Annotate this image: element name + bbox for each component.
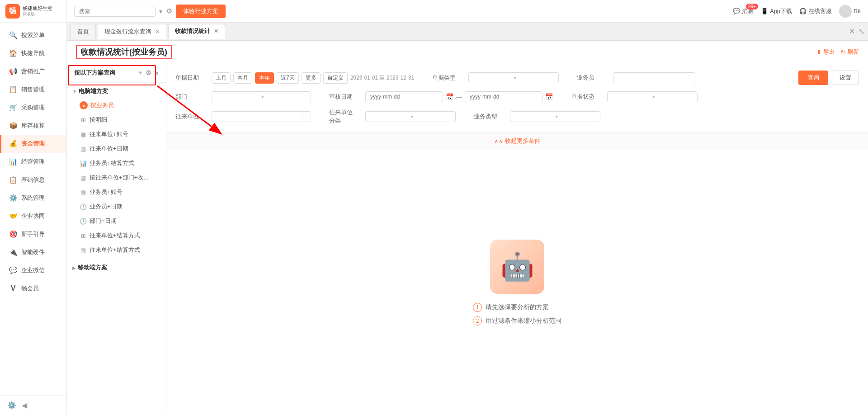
date-btn-last-month[interactable]: 上月	[212, 72, 231, 84]
sidebar-item-label: 销售管理	[21, 85, 45, 94]
topbar-search-input[interactable]	[74, 6, 156, 17]
tab-collection-stat-close[interactable]: ✕	[214, 28, 218, 34]
sidebar-item-label: 营销推广	[21, 67, 45, 75]
sidebar-item-finance[interactable]: 💰 资金管理	[0, 135, 66, 153]
scheme-setting-icon[interactable]: ⚙	[146, 69, 151, 76]
sidebar-item-label: 新手引导	[21, 230, 45, 238]
date-btn-7days[interactable]: 近7天	[277, 72, 299, 84]
scheme-item-salesman-date[interactable]: 🕐 业务员+日期	[67, 199, 166, 214]
date-btn-this-year[interactable]: 本年	[255, 72, 274, 84]
collapse-btn[interactable]: ∧∧ 收起更多条件	[166, 132, 868, 150]
sidebar-item-enterprise[interactable]: 🤝 企业协同	[0, 207, 66, 225]
partner-input[interactable]	[217, 113, 302, 120]
more-dots-icon[interactable]: ···	[686, 75, 690, 81]
query-btn[interactable]: 查询	[798, 71, 828, 85]
date-btn-custom[interactable]: 自定义	[323, 72, 348, 84]
sidebar-item-label: 企业微信	[21, 266, 45, 274]
empty-tip-1: 1 请先选择要分析的方案	[473, 303, 561, 312]
scheme-item-salesman-account[interactable]: ▦ 业务员+账号	[67, 185, 166, 199]
sidebar-item-operation[interactable]: 📊 经营管理	[0, 153, 66, 171]
app-download-btn[interactable]: 📱 App下载	[761, 7, 792, 15]
collapse-sidebar-icon[interactable]: ◀	[22, 401, 27, 410]
tab-home[interactable]: 首页	[71, 24, 96, 39]
sidebar-item-purchase[interactable]: 🛒 采购管理	[0, 99, 66, 117]
date-btn-this-month[interactable]: 本月	[233, 72, 252, 84]
scheme-item-partner-account[interactable]: ▦ 往来单位+账号	[67, 127, 166, 141]
tip-2-text: 用过滤条件来缩小分析范围	[486, 317, 561, 325]
user-menu[interactable]: Rit	[839, 5, 861, 18]
tab-close-all-icon[interactable]: ✕	[849, 27, 855, 36]
scheme-group-desktop-title[interactable]: ▼ 电脑端方案	[67, 85, 166, 98]
collapse-up-icon: ∧∧	[494, 138, 503, 145]
salesman-input[interactable]	[618, 75, 686, 81]
tab-expand-icon[interactable]: ⤡	[859, 27, 864, 36]
sidebar-bottom: ⚙️ ◀	[0, 395, 66, 415]
bill-type-select[interactable]: ▾	[468, 72, 559, 83]
export-btn[interactable]: ⬆ 导出	[816, 48, 835, 56]
sidebar-item-search-menu[interactable]: 🔍 搜索菜单	[0, 26, 66, 44]
tab-collection-stat[interactable]: 收款情况统计 ✕	[168, 24, 225, 39]
trial-btn[interactable]: 体验行业方案	[176, 5, 226, 18]
review-date-to-input[interactable]	[465, 91, 542, 102]
base-info-icon: 📋	[9, 175, 18, 184]
tab-home-label: 首页	[77, 28, 89, 36]
review-date-from-input[interactable]	[365, 91, 443, 102]
dept-select[interactable]: ▾	[212, 91, 311, 102]
scheme-item-salesman-settlement[interactable]: 📊 业务员+结算方式	[67, 156, 166, 170]
partner-category-select[interactable]: ▾	[365, 111, 456, 122]
salesman-input-area[interactable]: ···	[613, 72, 695, 83]
sidebar-item-marketing[interactable]: 📢 营销推广	[0, 62, 66, 80]
settings-icon[interactable]: ⚙️	[7, 401, 16, 410]
scheme-group-mobile-title[interactable]: ▶ 移动端方案	[67, 261, 166, 274]
sidebar-item-guide[interactable]: 🎯 新手引导	[0, 225, 66, 243]
sales-icon: 📋	[9, 85, 18, 94]
dropdown-icon[interactable]: ▾	[159, 8, 162, 15]
sidebar-item-hardware[interactable]: 🔌 智能硬件	[0, 243, 66, 261]
scheme-item-partner-settlement1[interactable]: ⊞ 往来单位+结算方式	[67, 228, 166, 243]
chevron-down-icon: ▾	[514, 75, 554, 81]
messages-badge: 99+	[746, 4, 758, 9]
calendar-from-icon[interactable]: 📅	[446, 93, 453, 100]
refresh-btn[interactable]: ↻ 刷新	[840, 48, 859, 56]
calendar-to-icon[interactable]: 📅	[545, 93, 553, 100]
mobile-group-label: 移动端方案	[78, 264, 107, 272]
scheme-item-by-salesman[interactable]: ● 按业务员	[67, 98, 166, 113]
tab-bank-flow-close[interactable]: ✕	[155, 28, 160, 35]
topbar-gear-icon[interactable]: ⚙	[166, 7, 172, 15]
scheme-item-partner-settlement2[interactable]: ▦ 往来单位+结算方式	[67, 243, 166, 257]
date-range-text: 2023-01-01 至 2023-12-31	[350, 74, 414, 82]
scheme-item-partner-date[interactable]: ▦ 往来单位+日期	[67, 141, 166, 156]
scheme-add-icon[interactable]: +	[138, 69, 142, 76]
sidebar-item-system[interactable]: ⚙️ 系统管理	[0, 189, 66, 207]
chevron-down-icon: ▾	[261, 94, 306, 100]
scheme-item-dept-date[interactable]: 🕐 部门+日期	[67, 214, 166, 228]
wechat-icon: 💬	[9, 266, 18, 275]
sidebar-item-base-info[interactable]: 📋 基础信息	[0, 171, 66, 189]
content-area: 按以下方案查询 + ⚙ « ▼ 电脑端方案 ● 按业务员 ⊞	[67, 63, 868, 415]
scheme-item-partner-dept[interactable]: ▦ 按往来单位+部门+收...	[67, 170, 166, 185]
sidebar-item-quick-nav[interactable]: 🏠 快捷导航	[0, 44, 66, 62]
sidebar-item-vip[interactable]: V 畅会员	[0, 279, 66, 297]
setting-btn[interactable]: 设置	[832, 71, 859, 85]
scheme-collapse-icon[interactable]: «	[155, 69, 159, 76]
date-btn-more[interactable]: 更多	[302, 72, 321, 84]
sidebar-item-label: 资金管理	[21, 140, 45, 148]
partner-input-area[interactable]: ···	[212, 111, 311, 122]
sidebar-item-wechat[interactable]: 💬 企业微信	[0, 261, 66, 279]
messages-btn[interactable]: 💬 消息 99+	[733, 7, 754, 15]
sidebar-item-inventory[interactable]: 📦 库存核算	[0, 117, 66, 135]
scheme-item-icon: ▦	[80, 189, 87, 196]
sidebar-item-sales[interactable]: 📋 销售管理	[0, 80, 66, 99]
biz-type-select[interactable]: ▾	[510, 111, 600, 122]
tab-bank-flow[interactable]: 现金银行流水查询 ✕	[98, 24, 166, 39]
online-service-btn[interactable]: 🎧 在线客服	[799, 7, 832, 15]
scheme-panel: 按以下方案查询 + ⚙ « ▼ 电脑端方案 ● 按业务员 ⊞	[67, 63, 166, 415]
bill-status-select[interactable]: ▾	[607, 91, 698, 102]
review-date-range: 📅 — 📅	[365, 91, 553, 102]
page-actions: ⬆ 导出 ↻ 刷新	[816, 48, 859, 56]
online-service-label: 在线客服	[808, 7, 832, 15]
partner-more-icon[interactable]: ···	[302, 113, 306, 120]
refresh-label: 刷新	[847, 48, 859, 56]
scheme-item-by-detail[interactable]: ⊞ 按明细	[67, 113, 166, 127]
inventory-icon: 📦	[9, 121, 18, 130]
